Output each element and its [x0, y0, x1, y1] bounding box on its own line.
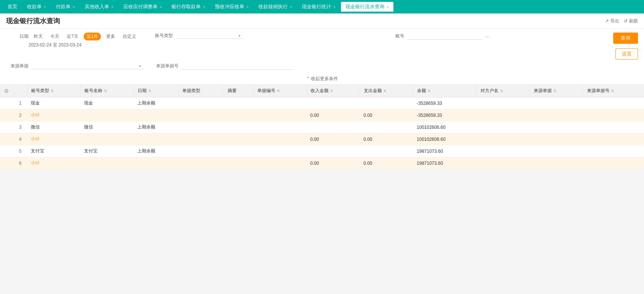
th-counterparty[interactable]: 对方户名 ⇅ [477, 85, 530, 97]
date-opt-custom[interactable]: 自定义 [120, 33, 138, 40]
sort-source-doc-icon: ⇅ [553, 89, 556, 93]
date-opt-more[interactable]: 更多 [104, 33, 117, 40]
cell-balance: -3528659.33 [413, 97, 477, 109]
cell-account-type: 支付宝 [27, 145, 80, 157]
source-doc-no-label: 来源单据号 [156, 63, 179, 69]
close-tab-advance-offset-icon[interactable]: × [246, 5, 249, 9]
table-row[interactable]: 2小计0.000.00-3528659.33 [0, 109, 644, 121]
th-income[interactable]: 收入金额 ⇅ [306, 85, 360, 97]
cell-row-num: 2 [14, 109, 27, 121]
tab-cash-bank-stat[interactable]: 现金银行统计 × [297, 2, 340, 12]
cell-row-num: 3 [14, 121, 27, 133]
cell-expense: 0.00 [360, 133, 413, 145]
table-row[interactable]: 5支付宝支付宝上期余额19871073.60 [0, 145, 644, 157]
cell-account-type: 小计 [27, 109, 80, 121]
date-options: 昨天 今天 近7天 近1月 更多 自定义 [32, 33, 138, 40]
th-doc-no[interactable]: 单据编号 ⇅ [253, 85, 306, 97]
close-tab-receipt-icon[interactable]: × [44, 5, 46, 9]
close-tab-cash-bank-stat-icon[interactable]: × [333, 5, 336, 9]
cell-date [134, 109, 178, 121]
collapse-bar[interactable]: ⌃ 收起更多条件 [0, 73, 644, 85]
th-doc-type: 单据类型 [178, 85, 224, 97]
cell-doc-type [178, 121, 224, 133]
cell-row-num: 4 [14, 133, 27, 145]
gear-icon[interactable]: ⚙ [4, 88, 9, 94]
table-row[interactable]: 3微信微信上期余额100102606.60 [0, 121, 644, 133]
nav-home[interactable]: 首页 [3, 2, 22, 12]
th-source-doc-no[interactable]: 来源单据号 ⇅ [583, 85, 644, 97]
cell-settings [0, 133, 14, 145]
sort-balance-icon: ⇅ [428, 89, 431, 93]
cell-doc-type [178, 109, 224, 121]
th-source-doc[interactable]: 来源单据 ⇅ [530, 85, 583, 97]
cell-date: 上期余额 [134, 121, 178, 133]
close-tab-other-income-icon[interactable]: × [111, 5, 114, 9]
close-tab-ar-adj-icon[interactable]: × [160, 5, 162, 9]
tab-bank-deposit[interactable]: 银行存取款单 × [167, 2, 210, 12]
th-settings[interactable]: ⚙ [0, 85, 14, 97]
sort-date-icon: ⇅ [148, 89, 151, 93]
tab-collection-exec[interactable]: 收款核销执行 × [254, 2, 297, 12]
refresh-button[interactable]: ↺ 刷新 [624, 18, 638, 24]
sort-income-icon: ⇅ [330, 89, 333, 93]
account-input-area: ··· [407, 33, 490, 40]
cell-expense: 0.00 [360, 109, 413, 121]
cell-account-name: 现金 [80, 97, 134, 109]
tab-other-income[interactable]: 其他收入单 × [80, 2, 118, 12]
cell-settings [0, 109, 14, 121]
th-account-type[interactable]: 账号类型 ⇅ [27, 85, 80, 97]
cell-account-name: 微信 [80, 121, 134, 133]
export-button[interactable]: ↗ 导出 [605, 18, 619, 24]
cell-account-name [80, 157, 134, 169]
account-type-dropdown-icon: ▾ [239, 34, 240, 38]
date-opt-7days[interactable]: 近7天 [65, 33, 81, 40]
cell-account-type: 微信 [27, 121, 80, 133]
account-type-select[interactable]: ▾ [176, 33, 243, 39]
cell-counterparty [477, 121, 530, 133]
cell-doc-type [178, 133, 224, 145]
account-type-label: 账号类型 [150, 33, 173, 39]
date-range-display: 2023-02-24 至 2023-03-24 [29, 42, 138, 48]
cell-account-name [80, 133, 134, 145]
source-doc-select[interactable]: ▾ [32, 63, 144, 69]
date-opt-yesterday[interactable]: 昨天 [32, 33, 45, 40]
cell-source-doc-no [583, 109, 644, 121]
th-date[interactable]: 日期 ⇅ [134, 85, 178, 97]
cell-source-doc [530, 97, 583, 109]
sort-expense-icon: ⇅ [383, 89, 386, 93]
close-tab-cash-bank-flow-icon[interactable]: × [387, 5, 389, 9]
sort-doc-no-icon: ⇅ [277, 89, 280, 93]
th-expense[interactable]: 支出金额 ⇅ [360, 85, 413, 97]
tab-receipt[interactable]: 收款单 × [23, 2, 51, 12]
account-browse-icon[interactable]: ··· [485, 33, 490, 39]
table-row[interactable]: 1现金现金上期余额-3528659.33 [0, 97, 644, 109]
source-doc-no-input[interactable] [182, 63, 294, 70]
source-doc-label: 来源单据 [6, 63, 29, 69]
cell-doc-no [253, 157, 306, 169]
table-row[interactable]: 6小计0.000.0019871073.60 [0, 157, 644, 169]
account-input[interactable] [407, 33, 482, 40]
tab-cash-bank-flow[interactable]: 现金银行流水查询 × [341, 2, 393, 12]
date-opt-1month[interactable]: 近1月 [84, 33, 101, 40]
cell-date [134, 157, 178, 169]
data-table: ⚙ 账号类型 ⇅ 账号名称 ⇅ 日期 [0, 85, 644, 169]
th-account-name[interactable]: 账号名称 ⇅ [80, 85, 134, 97]
settings-button[interactable]: 设置 [615, 48, 638, 60]
query-button[interactable]: 查询 [613, 33, 638, 44]
account-label: 账号 [382, 33, 404, 39]
tab-payment[interactable]: 付款单 × [51, 2, 80, 12]
tab-ar-adjustment[interactable]: 应收应付调整单 × [119, 2, 167, 12]
close-tab-collection-exec-icon[interactable]: × [290, 5, 292, 9]
cell-summary [224, 145, 253, 157]
table-row[interactable]: 4小计0.000.00100102606.60 [0, 133, 644, 145]
cell-summary [224, 121, 253, 133]
account-no-block: 账号 ··· [382, 33, 601, 40]
cell-balance: 100102606.60 [413, 133, 477, 145]
close-tab-payment-icon[interactable]: × [73, 5, 75, 9]
close-tab-bank-deposit-icon[interactable]: × [203, 5, 205, 9]
cell-summary [224, 133, 253, 145]
date-opt-today[interactable]: 今天 [48, 33, 62, 40]
th-balance[interactable]: 余额 ⇅ [413, 85, 477, 97]
account-type-block: 账号类型 ▾ [150, 33, 370, 39]
tab-advance-offset[interactable]: 预收冲应收单 × [210, 2, 253, 12]
